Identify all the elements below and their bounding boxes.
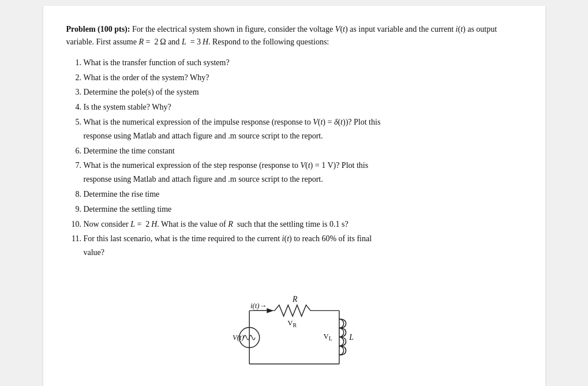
question-1: What is the transfer function of such sy…: [84, 56, 522, 70]
current-label: i(t)→: [250, 301, 267, 309]
question-10: Now consider L = 2 H. What is the value …: [84, 218, 522, 231]
question-11: For this last scenario, what is the time…: [84, 232, 522, 260]
vl-label: VL: [323, 332, 332, 342]
vr-label: VR: [287, 319, 297, 328]
question-6: Determine the time constant: [84, 144, 522, 158]
question-9: Determine the settling time: [84, 203, 522, 216]
circuit-svg: R VR i(t)→ V(t): [214, 277, 375, 381]
problem-label: Problem (100 pts):: [66, 25, 130, 33]
resistor-label: R: [292, 295, 298, 303]
question-5: What is the numerical expression of the …: [84, 115, 522, 143]
circuit-diagram-container: R VR i(t)→ V(t): [66, 277, 522, 386]
problem-statement: Problem (100 pts): For the electrical sy…: [66, 23, 522, 49]
question-2: What is the order of the system? Why?: [84, 71, 522, 85]
question-3: Determine the pole(s) of the system: [84, 85, 522, 99]
question-8: Determine the rise time: [84, 188, 522, 201]
content-card: Problem (100 pts): For the electrical sy…: [43, 6, 545, 386]
question-7: What is the numerical expression of the …: [84, 159, 522, 186]
inductor-label: L: [349, 333, 354, 342]
question-4: Is the system stable? Why?: [84, 100, 522, 114]
question-list: What is the transfer function of such sy…: [84, 56, 522, 260]
voltage-label: V(t): [232, 333, 244, 342]
page-container: Problem (100 pts): For the electrical sy…: [0, 0, 588, 386]
